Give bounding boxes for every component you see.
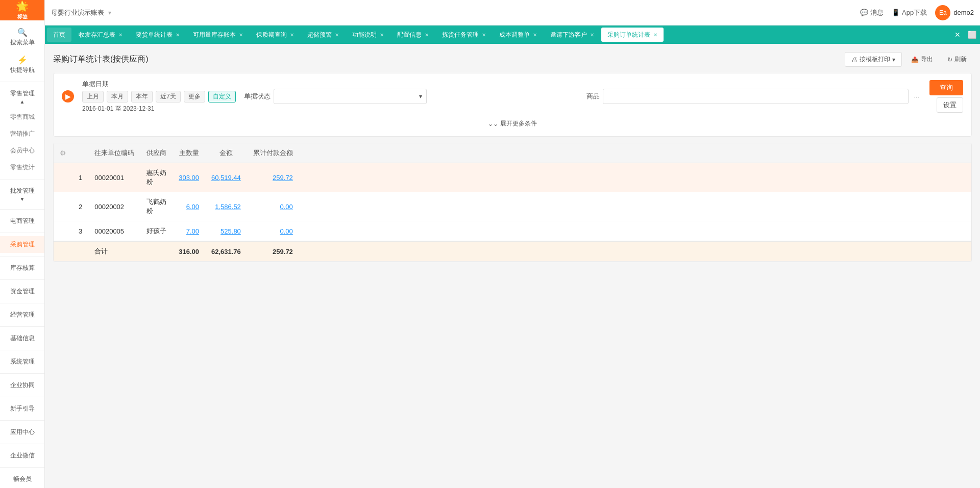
sidebar-item-enterprise[interactable]: 企业协同 [0,377,44,394]
sidebar-item-wechat[interactable]: 企业微信 [0,447,44,464]
sidebar-item-retail-mall[interactable]: 零售商城 [0,109,44,125]
row2-settings [54,192,72,221]
tab-pick-task[interactable]: 拣货任务管理 ✕ [436,28,492,42]
row3-qty[interactable]: 7.00 [173,221,205,242]
print-dropdown-arrow[interactable]: ▾ [892,56,895,63]
query-button[interactable]: 查询 [929,80,963,95]
sidebar-item-finance[interactable]: 资金管理 [0,283,44,300]
sidebar-item-retail[interactable]: 零售管理 ▲ [0,85,44,109]
sidebar-appcenter-section: 应用中心 [0,421,44,444]
tab-func-desc[interactable]: 功能说明 ✕ [346,28,390,42]
tab-func-desc-close[interactable]: ✕ [380,32,384,38]
tab-config-close[interactable]: ✕ [425,32,429,38]
refresh-button[interactable]: ↻ 刷新 [942,53,972,66]
sidebar-item-operation[interactable]: 经营管理 [0,306,44,323]
tab-actions: ✕ ⬜ [951,29,978,41]
row2-amount[interactable]: 1,586.52 [205,192,247,221]
sidebar-finance-label: 资金管理 [10,287,35,296]
tab-invite-downstream-label: 邀请下游客户 [550,31,587,39]
table-row: 1 00020001 惠氏奶粉 303.00 60,519.44 259.72 [54,163,971,192]
sidebar-operation-label: 经营管理 [10,311,35,319]
tab-home[interactable]: 首页 [47,28,71,42]
sidebar-item-basic[interactable]: 基础信息 [0,330,44,347]
expand-conditions-btn[interactable]: ⌄⌄ 展开更多条件 [482,117,543,130]
tab-maximize-btn[interactable]: ⬜ [966,29,978,41]
filter-date-7days[interactable]: 近7天 [156,91,181,102]
tab-order-summary-close[interactable]: ✕ [176,32,180,38]
tab-invite-downstream[interactable]: 邀请下游客户 ✕ [544,28,600,42]
filter-custom-tag[interactable]: 自定义 [208,91,236,102]
table-header-row: ⚙ 往来单位编码 供应商 主数量 金额 累计付款金额 [54,143,971,163]
sidebar-item-purchase[interactable]: 采购管理 [0,236,44,253]
footer-qty: 316.00 [173,241,205,262]
tab-available-stock-close[interactable]: ✕ [239,32,243,38]
tab-receive-summary-close[interactable]: ✕ [118,32,122,38]
filter-toggle-btn[interactable]: ▶ [62,90,74,102]
filter-more-dots[interactable]: ··· [912,93,921,100]
row1-settings [54,163,72,192]
footer-amount: 62,631.76 [205,241,247,262]
col-header-amount: 金额 [205,143,247,163]
sidebar-item-marketing[interactable]: 营销推广 [0,125,44,142]
tab-purchase-summary-label: 采购订单统计表 [607,31,650,39]
row3-amount[interactable]: 525.80 [205,221,247,242]
tab-order-summary[interactable]: 要货单统计表 ✕ [130,28,186,42]
tab-invite-downstream-close[interactable]: ✕ [590,32,594,38]
tab-purchase-summary-close[interactable]: ✕ [653,32,657,38]
tab-cost-adjust[interactable]: 成本调整单 ✕ [493,28,543,42]
filter-goods-input[interactable] [603,89,909,104]
topbar-dropdown-arrow[interactable]: ▾ [108,9,111,16]
col-header-paid: 累计付款金额 [247,143,299,163]
topbar-app-btn[interactable]: 📱 App下载 [892,8,927,17]
print-button[interactable]: 🖨 按模板打印 ▾ [845,52,902,67]
tab-cost-adjust-close[interactable]: ✕ [533,32,537,38]
col-settings-icon[interactable]: ⚙ [60,149,66,157]
filter-date-last-month[interactable]: 上月 [82,91,104,102]
tab-warranty-close[interactable]: ✕ [290,32,294,38]
filter-date-more[interactable]: 更多 [184,91,205,102]
row1-qty[interactable]: 303.00 [173,163,205,192]
tab-purchase-summary[interactable]: 采购订单统计表 ✕ [601,28,664,42]
topbar-message-btn[interactable]: 💬 消息 [860,8,884,17]
export-button[interactable]: 📤 导出 [906,53,938,66]
tab-config[interactable]: 配置信息 ✕ [391,28,435,42]
row3-index: 3 [72,221,88,242]
row2-paid[interactable]: 0.00 [247,192,299,221]
sidebar-system-label: 系统管理 [10,357,35,366]
sidebar-item-wholesale[interactable]: 批发管理 ▼ [0,183,44,206]
tab-overstock[interactable]: 超储预警 ✕ [301,28,345,42]
sidebar-item-retail-stat[interactable]: 零售统计 [0,159,44,176]
sidebar-item-system[interactable]: 系统管理 [0,353,44,370]
sidebar-item-member2[interactable]: 畅会员 [0,471,44,487]
tab-pick-task-close[interactable]: ✕ [482,32,486,38]
filter-status-select[interactable]: ▾ [274,89,427,104]
tab-receive-summary[interactable]: 收发存汇总表 ✕ [72,28,129,42]
tab-warranty[interactable]: 保质期查询 ✕ [250,28,300,42]
settings-button[interactable]: 设置 [937,97,963,113]
sidebar-basic-section: 基础信息 [0,327,44,350]
filter-date-this-month[interactable]: 本月 [107,91,128,102]
sidebar-item-guide[interactable]: 新手引导 [0,400,44,417]
print-label: 按模板打印 [860,55,890,64]
tab-close-btn[interactable]: ✕ [951,29,964,41]
row3-paid[interactable]: 0.00 [247,221,299,242]
sidebar-item-ecommerce[interactable]: 电商管理 [0,213,44,229]
sidebar-item-inventory[interactable]: 库存核算 [0,260,44,276]
sidebar-item-search[interactable]: 🔍 搜索菜单 [0,23,44,51]
tab-pick-task-label: 拣货任务管理 [442,31,479,39]
filter-date-this-year[interactable]: 本年 [131,91,153,102]
sidebar-item-quick-nav[interactable]: ⚡ 快捷导航 [0,51,44,79]
tab-available-stock[interactable]: 可用量库存账本 ✕ [187,28,249,42]
row3-unit-code: 00020005 [88,221,140,242]
tab-overstock-close[interactable]: ✕ [335,32,339,38]
filter-goods-field: 商品 ··· [586,89,921,104]
table-footer-row: 合计 316.00 62,631.76 259.72 [54,241,971,262]
sidebar-item-appcenter[interactable]: 应用中心 [0,424,44,441]
row2-qty[interactable]: 6.00 [173,192,205,221]
row1-paid[interactable]: 259.72 [247,163,299,192]
topbar-user[interactable]: Ea demo2 [935,5,974,20]
col-header-extra [299,143,971,163]
row1-amount[interactable]: 60,519.44 [205,163,247,192]
sidebar-ecommerce-section: 电商管理 [0,210,44,233]
sidebar-item-member[interactable]: 会员中心 [0,142,44,159]
